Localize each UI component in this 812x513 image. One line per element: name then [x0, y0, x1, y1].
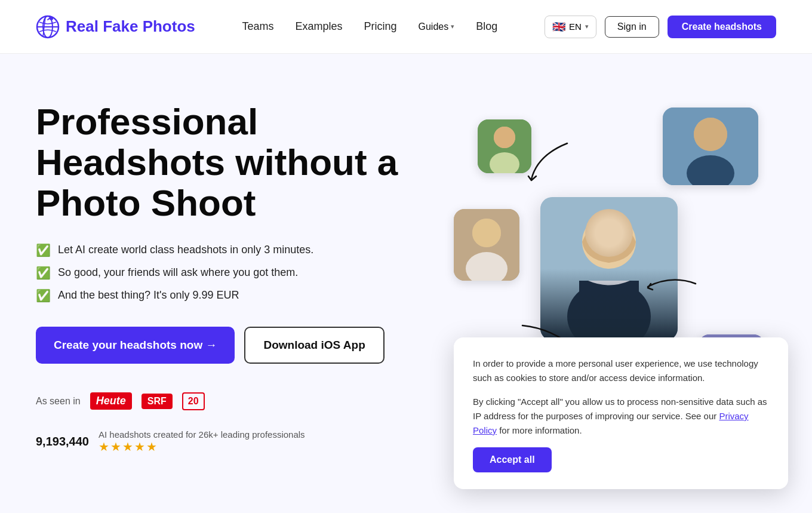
arrow-1 — [519, 137, 579, 185]
feature-text-1: Let AI create world class headshots in o… — [58, 244, 313, 256]
srf-badge: SRF — [142, 394, 173, 409]
create-headshots-button[interactable]: Create headshots — [668, 16, 776, 38]
stats-number: 9,193,440 — [36, 435, 89, 449]
logo-icon — [36, 15, 60, 39]
language-selector[interactable]: 🇬🇧 EN ▾ — [545, 16, 596, 38]
arrow-2 — [642, 263, 702, 305]
as-seen-section: As seen in Heute SRF 20 — [36, 392, 418, 410]
accept-all-button[interactable]: Accept all — [473, 447, 552, 472]
svg-point-11 — [694, 118, 727, 151]
svg-point-7 — [494, 127, 515, 148]
hero-content: Professional Headshots without a Photo S… — [36, 102, 418, 454]
face-image-2 — [663, 107, 758, 185]
download-ios-button[interactable]: Download iOS App — [244, 327, 384, 364]
svg-point-15 — [472, 219, 501, 247]
stats-row: 9,193,440 AI headshots created for 26k+ … — [36, 429, 418, 454]
feature-text-2: So good, your friends will ask where you… — [58, 266, 298, 279]
create-headshots-now-button[interactable]: Create your headshots now → — [36, 327, 235, 364]
feature-item: ✅ So good, your friends will ask where y… — [36, 266, 418, 280]
chevron-down-icon: ▾ — [585, 23, 589, 30]
svg-point-3 — [50, 17, 53, 20]
photo-thumbnail-ml — [454, 209, 519, 281]
nav-guides-label: Guides — [419, 21, 449, 32]
face-image-3 — [454, 209, 519, 281]
logo-text: Real Fake Photos — [66, 17, 195, 36]
feature-item: ✅ Let AI create world class headshots in… — [36, 243, 418, 257]
hero-features: ✅ Let AI create world class headshots in… — [36, 243, 418, 303]
cookie-text-after-link: for more information. — [497, 425, 582, 435]
navbar: Real Fake Photos Teams Examples Pricing … — [0, 0, 812, 54]
chevron-down-icon: ▾ — [451, 23, 454, 30]
hero-title: Professional Headshots without a Photo S… — [36, 102, 418, 224]
stats-text: AI headshots created for 26k+ leading pr… — [99, 429, 305, 440]
as-seen-label: As seen in — [36, 396, 81, 407]
cookie-text-2: By clicking "Accept all" you allow us to… — [473, 395, 769, 438]
cookie-text-1: In order to provide a more personal user… — [473, 357, 769, 385]
flag-icon: 🇬🇧 — [552, 20, 565, 33]
heute-badge: Heute — [90, 392, 132, 410]
nav-guides[interactable]: Guides ▾ — [419, 21, 455, 32]
nav-teams[interactable]: Teams — [242, 20, 273, 33]
star-rating: ★★★★★ — [99, 440, 305, 454]
check-icon: ✅ — [36, 266, 51, 280]
cookie-banner: In order to provide a more personal user… — [454, 337, 788, 478]
photo-thumbnail-tr — [663, 107, 758, 185]
nav-links: Teams Examples Pricing Guides ▾ Blog — [242, 20, 497, 33]
nav-right: 🇬🇧 EN ▾ Sign in Create headshots — [545, 16, 776, 38]
signin-button[interactable]: Sign in — [605, 16, 659, 38]
feature-text-3: And the best thing? It's only 9.99 EUR — [58, 289, 239, 302]
check-icon: ✅ — [36, 288, 51, 303]
feature-item: ✅ And the best thing? It's only 9.99 EUR — [36, 288, 418, 303]
svg-rect-19 — [579, 281, 639, 340]
twenty-badge: 20 — [182, 392, 205, 410]
logo-link[interactable]: Real Fake Photos — [36, 15, 195, 39]
nav-examples[interactable]: Examples — [295, 20, 342, 33]
nav-blog[interactable]: Blog — [476, 20, 497, 33]
check-icon: ✅ — [36, 243, 51, 257]
lang-label: EN — [569, 21, 582, 32]
cta-buttons: Create your headshots now → Download iOS… — [36, 327, 418, 364]
nav-pricing[interactable]: Pricing — [364, 20, 396, 33]
